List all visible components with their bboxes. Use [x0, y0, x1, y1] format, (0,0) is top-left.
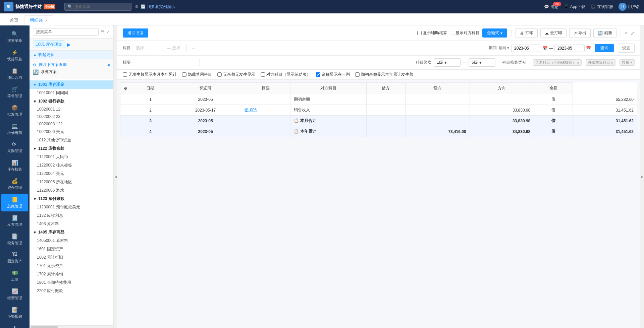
checkbox-balance-col[interactable]: 余额显示在一列	[316, 72, 350, 77]
tab-home[interactable]: 首页	[4, 15, 24, 25]
account-search-input[interactable]	[33, 28, 99, 36]
sidebar-item-ecommerce[interactable]: 💻 小畅电商	[1, 120, 28, 138]
sidebar-item-retail[interactable]: 🛒 零售管理	[1, 83, 28, 101]
tree-item-10020003[interactable]: 10020003 122	[30, 120, 113, 128]
tree-item-10020001[interactable]: 10020001 12	[30, 106, 113, 113]
tree-item-1012[interactable]: 1012 其他货币资金	[30, 136, 113, 144]
period-start-input[interactable]	[511, 45, 541, 52]
voucher-link-2[interactable]: 记-006	[245, 108, 257, 112]
expand-panel-button[interactable]: ⤢	[631, 30, 635, 36]
tree-item-11220002[interactable]: 11220002 往来标签	[30, 161, 113, 170]
sidebar-item-ops[interactable]: 📈 经营管理	[1, 285, 28, 303]
sidebar-item-assets[interactable]: 🏗 固定资产	[1, 249, 28, 266]
tab-detail-ledger[interactable]: 明细账 ✕	[24, 15, 53, 25]
checkbox-no-balance[interactable]: 无余额无发生显示	[217, 72, 255, 77]
checkbox-hide-disabled-input[interactable]	[182, 72, 186, 77]
gold-mode-button[interactable]: 金额式 ▾	[482, 28, 507, 38]
checkbox-opposite-input[interactable]	[261, 72, 265, 77]
tree-item-11220006[interactable]: 11220006 游戏	[30, 186, 113, 195]
refresh-button[interactable]: 🔄 刷新	[593, 28, 616, 38]
checkbox-balance-col-input[interactable]	[316, 72, 320, 77]
sidebar-item-ledger[interactable]: 📒 总账管理	[1, 194, 28, 211]
tree-item-11230001[interactable]: 11230001 预付账款美元	[30, 203, 113, 211]
cloud-print-button[interactable]: ☁ 云打印	[540, 28, 567, 38]
tree-item-1701[interactable]: 1701 无形资产	[30, 262, 113, 270]
tag-foreign-close-icon[interactable]: ×	[611, 61, 613, 65]
panel-collapse-handle[interactable]: ◀	[113, 25, 117, 328]
tree-item-10020006[interactable]: 10020006 美元	[30, 128, 113, 136]
sidebar-item-report[interactable]: 📝 小畅报销	[1, 304, 28, 322]
sidebar-item-wholesale[interactable]: 📦 批发管理	[1, 102, 28, 120]
print-button[interactable]: 🖨 打印	[516, 28, 538, 38]
message-button[interactable]: 💬 消息 99+	[544, 4, 558, 10]
scrollbar-thumb[interactable]	[31, 326, 58, 328]
expand-tree-icon[interactable]: ⤢	[106, 29, 110, 34]
user-menu[interactable]: U 用户名	[619, 3, 640, 11]
return-old-version-button[interactable]: 退回旧版	[123, 28, 148, 38]
sidebar-item-project[interactable]: 📋 项目合同	[1, 65, 28, 83]
sidebar-item-quick-nav[interactable]: ⚡ 快捷导航	[1, 47, 28, 64]
tree-item-1001[interactable]: ▼ 1001 库存现金	[30, 80, 113, 89]
tab-close-icon[interactable]: ✕	[45, 19, 48, 22]
sidebar-item-search[interactable]: 🔍 搜索菜单	[1, 28, 28, 46]
tree-item-1132[interactable]: 1132 应收利息	[30, 211, 113, 220]
close-panel-button[interactable]: ×	[625, 30, 628, 36]
tree-item-1801[interactable]: 1801 长期待摊费用	[30, 278, 113, 287]
export-button[interactable]: ↗ 导出	[569, 28, 591, 38]
list-icon[interactable]: ☰	[101, 29, 104, 34]
query-button[interactable]: 查询	[595, 44, 614, 52]
sidebar-item-finance[interactable]: 💰 资金管理	[1, 175, 28, 193]
show-opposite-checkbox[interactable]: 显示对方科目	[450, 30, 480, 36]
row-voucher-2[interactable]: 记-006	[241, 105, 290, 116]
app-download-button[interactable]: 📱 App下载	[564, 4, 585, 10]
tree-item-14050001[interactable]: 14050001 原材料	[30, 237, 113, 245]
tree-item-1702[interactable]: 1702 累计摊销	[30, 270, 113, 278]
setting-button[interactable]: 设置	[618, 44, 635, 53]
checkbox-no-balance-input[interactable]	[217, 72, 222, 77]
right-collapse-handle[interactable]: ▶	[640, 25, 644, 328]
checkbox-no-amount[interactable]: 无发生额显示本月本年累计	[123, 72, 177, 77]
tree-item-1123[interactable]: ▼ 1123 预付账款	[30, 195, 113, 203]
tree-item-1602[interactable]: 1602 累计折旧	[30, 253, 113, 262]
system-plan[interactable]: 🔄 系统方案	[33, 68, 110, 76]
period-type-select[interactable]: 期间 ▾	[499, 46, 509, 51]
online-service-button[interactable]: 🎧 在线客服	[591, 4, 613, 10]
tree-item-2202[interactable]: 2202 应付账款	[30, 287, 113, 295]
checkbox-year-accumulate-input[interactable]	[355, 72, 360, 77]
checkbox-year-accumulate[interactable]: 期初余额显示本年累计发生额	[355, 72, 413, 77]
sidebar-item-tax[interactable]: 📑 税务管理	[1, 231, 28, 248]
top-search-input[interactable]	[74, 4, 114, 9]
level-to-select[interactable]: 6级 ▾	[469, 58, 495, 67]
checkbox-opposite-subject[interactable]: 对方科目（显示辅助项）	[261, 72, 311, 77]
show-helper-input[interactable]	[417, 31, 422, 35]
tree-item-11220004[interactable]: 11220004 美元	[30, 170, 113, 178]
demo-link[interactable]: 🔄 我要看实例演示	[141, 4, 175, 10]
tree-item-1122[interactable]: ▼ 1122 应收账款	[30, 144, 113, 153]
period-end-input[interactable]	[554, 45, 585, 52]
tree-item-10020002[interactable]: 10020002 23	[30, 113, 113, 120]
tree-item-10010001[interactable]: 10010001 同同同	[30, 89, 113, 97]
horizontal-scrollbar[interactable]	[30, 325, 113, 328]
sidebar-item-base[interactable]: ℹ 基础信息	[1, 322, 28, 328]
tree-item-11220001[interactable]: 11220001 人民币	[30, 153, 113, 161]
collapse-more-btn[interactable]: ▲ 收起更多	[30, 51, 113, 59]
sidebar-item-invoice[interactable]: 🧾 发票管理	[1, 212, 28, 230]
sidebar-item-payroll[interactable]: 💵 工资	[1, 267, 28, 285]
tree-item-1405[interactable]: ▼ 1405 库存商品	[30, 228, 113, 237]
tree-item-1002[interactable]: ▼ 1002 银行存款	[30, 97, 113, 106]
tree-item-11220005[interactable]: 11220005 所在地区	[30, 178, 113, 186]
summary-input[interactable]	[133, 59, 200, 66]
show-helper-checkbox[interactable]: 显示辅助核算	[417, 30, 447, 36]
table-settings-icon[interactable]: ⚙	[124, 86, 127, 91]
sidebar-item-inventory[interactable]: 📊 库存核算	[1, 157, 28, 175]
tag-quantity-chevron[interactable]: ▾	[630, 60, 632, 65]
tree-item-1601[interactable]: 1601 固定资产	[30, 245, 113, 253]
checkbox-no-amount-input[interactable]	[123, 72, 127, 77]
show-opposite-input[interactable]	[450, 31, 454, 35]
sidebar-item-purchase[interactable]: 🛍 采购管理	[1, 139, 28, 156]
breadcrumb-item[interactable]: 1001 库存现金	[33, 41, 65, 48]
settings-icon[interactable]: ⚙	[135, 4, 139, 9]
query-header[interactable]: ⚙ 按以下方案查询 ◀	[33, 62, 110, 68]
level-from-select[interactable]: 1级 ▾	[434, 58, 461, 67]
tag-normal-close-icon[interactable]: ×	[577, 61, 579, 65]
